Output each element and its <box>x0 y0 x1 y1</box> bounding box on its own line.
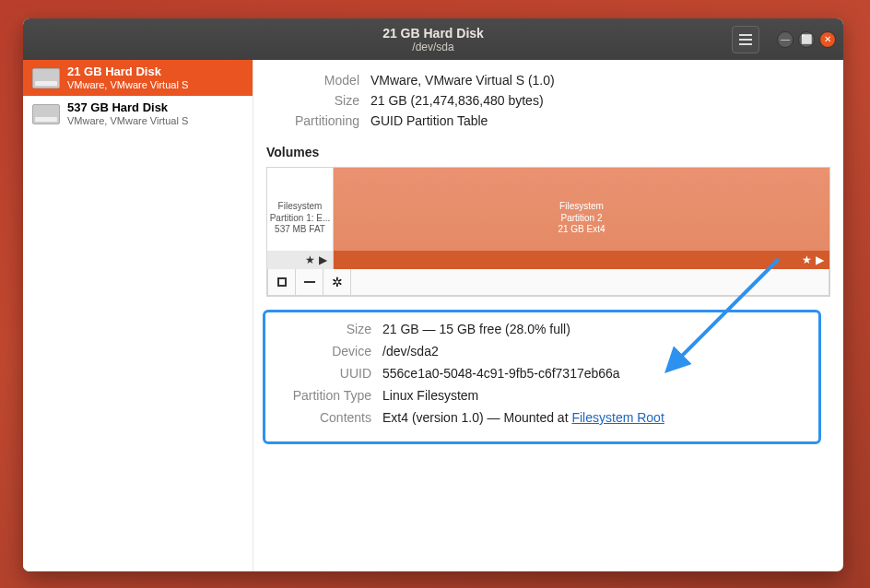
detail-size-value: 21 GB — 15 GB free (28.0% full) <box>382 322 813 336</box>
disk-sidebar: 21 GB Hard Disk VMware, VMware Virtual S… <box>23 60 253 571</box>
partitioning-label: Partitioning <box>253 113 359 128</box>
disk-model: VMware, VMware Virtual S <box>67 79 188 90</box>
model-value: VMware, VMware Virtual S (1.0) <box>370 73 830 88</box>
gear-icon: ✲ <box>332 275 343 289</box>
play-icon: ▶ <box>816 253 824 266</box>
window-title: 21 GB Hard Disk <box>382 26 484 41</box>
partition-sub1: Partition 1: E... <box>270 213 331 225</box>
size-label: Size <box>253 93 359 108</box>
partition-sub1: Partition 2 <box>560 213 602 225</box>
window-subtitle: /dev/sda <box>382 41 484 53</box>
star-icon: ★ <box>802 253 812 266</box>
partition-1[interactable]: Filesystem Partition 1: E... 537 MB FAT … <box>267 168 334 269</box>
close-button[interactable]: ✕ <box>819 31 836 48</box>
sidebar-item-disk-21gb[interactable]: 21 GB Hard Disk VMware, VMware Virtual S <box>23 60 253 96</box>
stop-button[interactable] <box>268 269 296 295</box>
settings-button[interactable]: ✲ <box>323 269 351 295</box>
detail-ptype-value: Linux Filesystem <box>382 388 813 403</box>
size-value: 21 GB (21,474,836,480 bytes) <box>370 93 830 108</box>
partition-2[interactable]: Filesystem Partition 2 21 GB Ext4 ★ ▶ <box>334 168 829 269</box>
play-icon: ▶ <box>319 253 327 266</box>
minimize-icon: — <box>781 34 790 44</box>
volumes-heading: Volumes <box>266 145 830 159</box>
close-icon: ✕ <box>824 34 831 44</box>
hard-disk-icon <box>32 104 60 124</box>
stop-icon <box>277 277 287 287</box>
minimize-button[interactable]: — <box>777 31 794 48</box>
maximize-button[interactable]: ⬜ <box>798 31 815 48</box>
disk-name: 21 GB Hard Disk <box>67 65 188 79</box>
volume-toolbar: ✲ <box>267 269 829 296</box>
partition-sub2: 21 GB Ext4 <box>558 224 605 236</box>
filesystem-root-link[interactable]: Filesystem Root <box>571 410 664 425</box>
titlebar: 21 GB Hard Disk /dev/sda — ⬜ ✕ <box>23 18 843 60</box>
disk-name: 537 GB Hard Disk <box>67 101 188 115</box>
disk-model: VMware, VMware Virtual S <box>67 115 188 126</box>
disks-window: 21 GB Hard Disk /dev/sda — ⬜ ✕ 21 GB Har… <box>23 18 843 571</box>
remove-button[interactable] <box>296 269 323 295</box>
detail-uuid-value: 556ce1a0-5048-4c91-9fb5-c6f7317eb66a <box>382 366 813 381</box>
detail-uuid-label: UUID <box>265 366 371 381</box>
hard-disk-icon <box>32 68 60 88</box>
detail-size-label: Size <box>265 322 371 336</box>
partitioning-value: GUID Partition Table <box>370 113 830 128</box>
menu-button[interactable] <box>732 26 759 53</box>
minus-icon <box>304 281 315 283</box>
detail-contents-value: Ext4 (version 1.0) — Mounted at Filesyst… <box>382 410 813 425</box>
detail-ptype-label: Partition Type <box>265 388 371 403</box>
sidebar-item-disk-537gb[interactable]: 537 GB Hard Disk VMware, VMware Virtual … <box>23 96 253 132</box>
details-highlight: Size 21 GB — 15 GB free (28.0% full) Dev… <box>263 310 821 444</box>
partition-title: Filesystem <box>559 201 604 213</box>
maximize-icon: ⬜ <box>801 34 812 44</box>
partition-sub2: 537 MB FAT <box>275 224 325 236</box>
main-pane: Model VMware, VMware Virtual S (1.0) Siz… <box>253 60 843 571</box>
volumes-area: Filesystem Partition 1: E... 537 MB FAT … <box>266 167 830 297</box>
model-label: Model <box>253 73 359 88</box>
detail-device-value: /dev/sda2 <box>382 344 813 359</box>
partition-title: Filesystem <box>278 201 323 213</box>
hamburger-icon <box>739 39 752 41</box>
detail-contents-label: Contents <box>265 410 371 425</box>
detail-device-label: Device <box>265 344 371 359</box>
star-icon: ★ <box>305 253 315 266</box>
contents-text: Ext4 (version 1.0) — Mounted at <box>382 410 571 425</box>
